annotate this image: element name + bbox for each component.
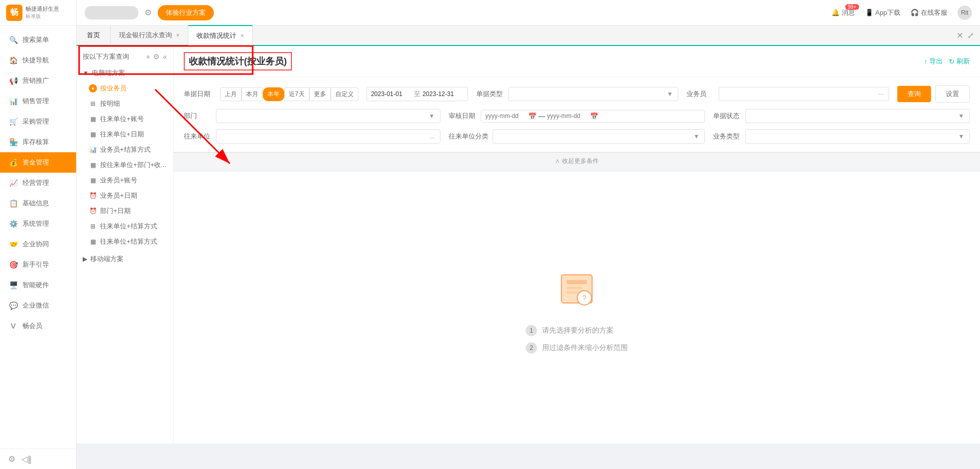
staff-select[interactable]: ··· [719, 87, 889, 101]
tree-item-7[interactable]: ⏰ 业务员+日期 [83, 188, 173, 203]
setting-plan-btn[interactable]: ⚙ [153, 53, 160, 61]
search-icon: 🔍 [8, 35, 18, 45]
staff-label: 业务员 [687, 89, 715, 99]
tab-maximize-icon[interactable]: ⤢ [967, 31, 974, 40]
date-tab-custom[interactable]: 自定义 [331, 87, 358, 101]
sidebar-item-operation[interactable]: 📈 经营管理 [0, 173, 76, 193]
tree-item-2[interactable]: ▦ 往来单位+账号 [83, 111, 173, 127]
tree-item-label: 部门+日期 [100, 206, 131, 216]
sidebar-item-inventory[interactable]: 🏪 库存核算 [0, 132, 76, 152]
date-range-input[interactable]: 至 [366, 87, 468, 101]
topbar-service[interactable]: 🎧 在线客服 [911, 8, 947, 17]
add-plan-btn[interactable]: + [146, 53, 150, 61]
date-start-input[interactable] [371, 90, 412, 98]
topbar-settings-icon[interactable]: ⚙ [144, 8, 152, 17]
tree-item-6[interactable]: ▦ 业务员+账号 [83, 173, 173, 188]
export-label: 导出 [929, 57, 943, 66]
sidebar-item-search[interactable]: 🔍 搜索菜单 [0, 30, 76, 50]
collapse-panel-btn[interactable]: « [163, 53, 167, 61]
sidebar-item-basic[interactable]: 📋 基础信息 [0, 193, 76, 214]
basic-icon: 📋 [8, 198, 18, 208]
partnertype-select[interactable]: ▼ [493, 129, 705, 144]
sidebar-item-sales[interactable]: 📊 销售管理 [0, 91, 76, 111]
sidebar-logo: 畅 畅捷通好生意 标准版 [0, 0, 76, 26]
partner-more-icon[interactable]: ... [430, 133, 435, 140]
tab-home[interactable]: 首页 [77, 25, 111, 45]
left-panel: 按以下方案查询 + ⚙ « ▼ 电脑端方案 ● 按业 [77, 46, 174, 443]
export-btn[interactable]: ↑ 导出 [924, 57, 943, 66]
tab-receivable[interactable]: 收款情况统计 × [188, 25, 253, 45]
date-tab-7days[interactable]: 近7天 [284, 87, 309, 101]
table-icon: ▦ [89, 115, 97, 123]
review-start-input[interactable] [485, 112, 526, 120]
review-label: 审核日期 [449, 111, 477, 121]
date-end-input[interactable] [423, 90, 463, 98]
doctype-select[interactable]: ▼ [508, 87, 679, 101]
trial-btn[interactable]: 体验行业方案 [158, 5, 214, 20]
sidebar-item-quicknav[interactable]: 🏠 快捷导航 [0, 50, 76, 71]
partnertype-label: 往来单位分类 [449, 132, 488, 141]
tree-item-8[interactable]: ⏰ 部门+日期 [83, 203, 173, 219]
tree-item-10[interactable]: ▦ 往来单位+结算方式 [83, 234, 173, 249]
sidebar-item-system[interactable]: ⚙️ 系统管理 [0, 214, 76, 234]
tree-item-1[interactable]: ⊞ 按明细 [83, 96, 173, 111]
tab-receivable-close[interactable]: × [240, 32, 244, 39]
tab-bankflow[interactable]: 现金银行流水查询 × [111, 25, 188, 45]
date-tab-more[interactable]: 更多 [309, 87, 331, 101]
sidebar-item-newguide[interactable]: 🎯 新手引导 [0, 254, 76, 275]
sidebar-item-enterprise[interactable]: 🤝 企业协同 [0, 234, 76, 254]
partner-select[interactable]: ... [216, 129, 440, 144]
docstatus-select[interactable]: ▼ [745, 109, 970, 123]
tree-item-0[interactable]: ● 按业务员 [83, 81, 173, 96]
table5-icon: ▦ [89, 238, 97, 246]
filter-row-1: 单据日期 上月 本月 本年 近7天 更多 自定义 至 [184, 85, 970, 103]
review-date-range[interactable]: 📅 — 📅 [481, 110, 705, 123]
enterprise-icon: 🤝 [8, 239, 18, 249]
sidebar-item-member[interactable]: V 畅会员 [0, 316, 76, 336]
tree-item-5[interactable]: ▦ 按往来单位+部门+收... [83, 157, 173, 173]
biztype-select[interactable]: ▼ [745, 129, 970, 144]
tree-item-3[interactable]: ▦ 往来单位+日期 [83, 127, 173, 142]
settings-bottom-icon[interactable]: ⚙ [8, 454, 15, 464]
sidebar-item-wechat[interactable]: 💬 企业微信 [0, 295, 76, 316]
review-end-input[interactable] [547, 112, 588, 120]
expand-bottom-icon[interactable]: ◁‖ [21, 454, 32, 464]
date-separator: 至 [414, 89, 421, 99]
sidebar-item-marketing[interactable]: 📢 营销推广 [0, 71, 76, 91]
setting-btn[interactable]: 设置 [935, 85, 970, 103]
tree-item-label: 往来单位+结算方式 [100, 222, 157, 231]
tree-mobile-label[interactable]: ▶ 移动端方案 [77, 251, 173, 267]
sidebar-item-purchase[interactable]: 🛒 采购管理 [0, 111, 76, 132]
topbar-right: 🔔 消息 99+ 📱 App下载 🎧 在线客服 Rit [831, 6, 972, 20]
tree-desktop-label[interactable]: ▼ 电脑端方案 [77, 65, 173, 81]
calendar-end-icon[interactable]: 📅 [590, 112, 598, 120]
sidebar-item-smarthw[interactable]: 🖥️ 智能硬件 [0, 275, 76, 295]
tree-item-9[interactable]: ⊞ 往来单位+结算方式 [83, 219, 173, 234]
tree-item-label: 往来单位+日期 [100, 130, 144, 139]
panel-header: 按以下方案查询 + ⚙ « [77, 52, 173, 65]
table2-icon: ▦ [89, 130, 97, 138]
user-avatar[interactable]: Rit [958, 6, 972, 20]
tree-item-4[interactable]: 📊 业务员+结算方式 [83, 142, 173, 157]
tab-bankflow-close[interactable]: × [176, 32, 180, 39]
member-icon: V [8, 321, 18, 331]
sidebar-item-label: 企业微信 [22, 301, 49, 310]
dept-select[interactable]: ▼ [216, 109, 440, 123]
calendar-start-icon[interactable]: 📅 [528, 112, 536, 120]
doctype-label: 单据类型 [476, 89, 504, 99]
tab-bankflow-label: 现金银行流水查询 [119, 31, 172, 40]
refresh-btn[interactable]: ↻ 刷新 [949, 57, 970, 66]
page-header-actions: ↑ 导出 ↻ 刷新 [924, 57, 970, 66]
topbar-app-download[interactable]: 📱 App下载 [865, 8, 900, 17]
date-tab-thismonth[interactable]: 本月 [241, 87, 263, 101]
sidebar-item-label: 系统管理 [22, 219, 49, 228]
collapse-bar[interactable]: ∧ 收起更多条件 [174, 152, 980, 170]
topbar-msg[interactable]: 🔔 消息 99+ [831, 8, 855, 17]
active-dot-icon: ● [89, 84, 97, 92]
sidebar-item-finance[interactable]: 💰 资金管理 [0, 152, 76, 173]
date-tab-lastmonth[interactable]: 上月 [220, 87, 241, 101]
tab-close-all-icon[interactable]: ✕ [957, 31, 963, 40]
tree-item-label: 业务员+结算方式 [100, 145, 151, 154]
date-tab-thisyear[interactable]: 本年 [263, 87, 284, 101]
query-btn[interactable]: 查询 [897, 86, 931, 102]
